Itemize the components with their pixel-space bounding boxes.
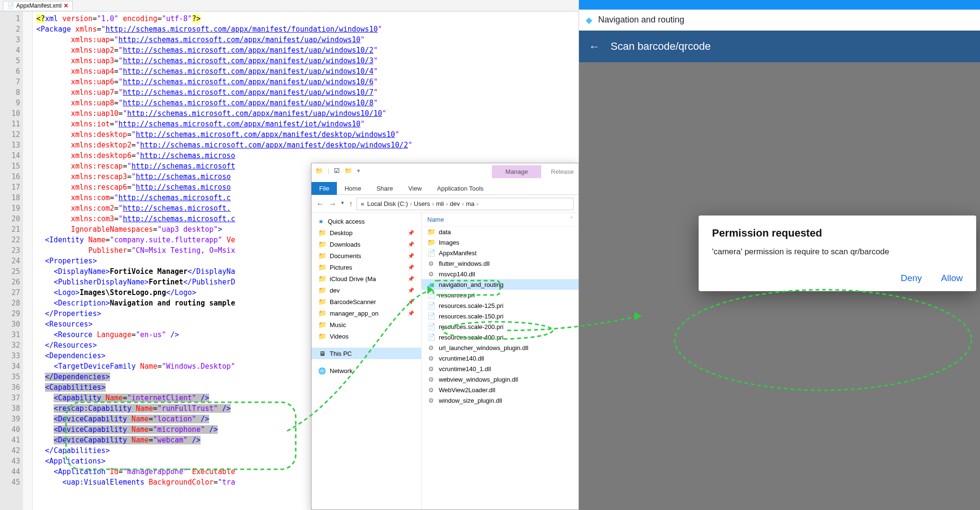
file-row[interactable]: msvcp140.dll bbox=[422, 269, 579, 279]
star-icon: ★ bbox=[318, 218, 324, 225]
file-row[interactable]: vcruntime140_1.dll bbox=[422, 363, 579, 374]
up-icon[interactable]: ↑ bbox=[349, 200, 353, 208]
file-row[interactable]: url_launcher_windows_plugin.dll bbox=[422, 342, 579, 353]
dll-icon bbox=[427, 397, 435, 404]
deny-button[interactable]: Deny bbox=[901, 273, 922, 283]
nav-item[interactable]: iCloud Drive (Ma 📌 bbox=[312, 273, 421, 284]
app-window-header: ◆ Navigation and routing bbox=[579, 10, 980, 31]
column-header-name[interactable]: Name ˄ bbox=[422, 213, 579, 227]
nav-item[interactable]: Desktop 📌 bbox=[312, 227, 421, 238]
file-list: Name ˄ data Images AppxManifest flutter_… bbox=[422, 213, 579, 510]
history-dropdown-icon[interactable]: ▾ bbox=[341, 200, 344, 208]
ribbon-tab-view[interactable]: View bbox=[401, 182, 429, 195]
file-row[interactable]: resources.scale-150.pri bbox=[422, 311, 579, 321]
nav-item[interactable]: Videos bbox=[312, 330, 421, 342]
pin-icon: 📌 bbox=[408, 310, 414, 317]
navigation-pane: ★Quick access Desktop 📌 Downloads 📌 Docu… bbox=[312, 213, 422, 510]
file-row[interactable]: AppxManifest bbox=[422, 248, 579, 258]
chevron-right-icon: › bbox=[432, 200, 434, 207]
file-name: webview_windows_plugin.dll bbox=[439, 376, 518, 383]
folder-icon[interactable]: 📁 bbox=[315, 167, 323, 174]
nav-item[interactable]: manager_app_on 📌 bbox=[312, 307, 421, 319]
flutter-app-window: ◆ Navigation and routing ← Scan barcode/… bbox=[579, 0, 980, 510]
file-name: vcruntime140.dll bbox=[439, 355, 484, 362]
file-row[interactable]: resources.scale-125.pri bbox=[422, 300, 579, 311]
file-icon bbox=[427, 249, 435, 257]
file-row[interactable]: window_size_plugin.dll bbox=[422, 395, 579, 406]
nav-item-label: manager_app_on bbox=[330, 310, 379, 317]
file-icon bbox=[427, 323, 435, 330]
ribbon-tab-share[interactable]: Share bbox=[369, 182, 401, 195]
nav-item[interactable]: dev 📌 bbox=[312, 284, 421, 296]
close-tab-icon[interactable]: ✕ bbox=[64, 2, 68, 9]
nav-item-label: Network bbox=[330, 367, 353, 374]
file-name: navigation_and_routing bbox=[439, 281, 503, 288]
file-row[interactable]: vcruntime140.dll bbox=[422, 353, 579, 363]
nav-item-icon bbox=[318, 309, 326, 317]
divider: | bbox=[328, 167, 329, 174]
file-row[interactable]: Images bbox=[422, 237, 579, 248]
nav-item-label: Videos bbox=[330, 333, 349, 340]
manage-tab[interactable]: Manage bbox=[492, 165, 541, 178]
ribbon-tab-apptools[interactable]: Application Tools bbox=[429, 182, 491, 195]
nav-item[interactable]: Documents 📌 bbox=[312, 250, 421, 261]
nav-item-label: This PC bbox=[330, 350, 352, 357]
nav-item-icon bbox=[318, 286, 326, 294]
breadcrumb-segment[interactable]: ma bbox=[466, 200, 474, 207]
checkbox-icon[interactable]: ☑ bbox=[334, 167, 340, 174]
breadcrumb-segment[interactable]: dev bbox=[450, 200, 460, 207]
file-row[interactable]: resources.scale-400.pri bbox=[422, 332, 579, 342]
file-icon bbox=[427, 291, 435, 299]
folder-icon bbox=[427, 228, 435, 236]
nav-item[interactable]: Network bbox=[312, 365, 421, 376]
breadcrumb-segment[interactable]: mli bbox=[436, 200, 444, 207]
pin-icon: 📌 bbox=[408, 264, 414, 271]
nav-quick-access[interactable]: ★Quick access bbox=[312, 216, 421, 227]
permission-dialog: Permission requested 'camera' permission… bbox=[699, 215, 976, 291]
flutter-logo-icon: ◆ bbox=[586, 15, 592, 25]
sort-asc-icon: ˄ bbox=[570, 216, 573, 221]
file-row[interactable]: WebView2Loader.dll bbox=[422, 385, 579, 395]
chevron-right-icon: › bbox=[476, 200, 478, 207]
editor-tab[interactable]: 📄 AppxManifest.xml ✕ bbox=[3, 1, 73, 10]
file-explorer-window: 📁 | ☑ 📁 ▾ Manage Release File Home Share… bbox=[311, 163, 579, 510]
file-name: resources.scale-125.pri bbox=[439, 302, 503, 309]
release-tab[interactable]: Release bbox=[551, 165, 574, 178]
nav-item-icon bbox=[318, 229, 326, 237]
window-title: Navigation and routing bbox=[598, 15, 684, 25]
ribbon-tab-file[interactable]: File bbox=[312, 182, 337, 195]
file-name: vcruntime140_1.dll bbox=[439, 365, 491, 373]
forward-icon[interactable]: → bbox=[329, 200, 336, 208]
file-row[interactable]: data bbox=[422, 227, 579, 237]
back-icon[interactable]: ← bbox=[316, 200, 324, 208]
file-row[interactable]: webview_windows_plugin.dll bbox=[422, 374, 579, 385]
overflow-icon[interactable]: ▾ bbox=[357, 167, 360, 174]
ribbon-tab-home[interactable]: Home bbox=[337, 182, 369, 195]
nav-item[interactable]: Downloads 📌 bbox=[312, 238, 421, 250]
pin-icon: 📌 bbox=[408, 299, 414, 305]
nav-item-label: Desktop bbox=[330, 229, 353, 237]
nav-item-icon bbox=[318, 350, 326, 357]
folder-icon[interactable]: 📁 bbox=[345, 167, 352, 174]
dll-icon bbox=[427, 260, 435, 267]
nav-item[interactable]: BarcodeScanner 📌 bbox=[312, 296, 421, 307]
nav-item-icon bbox=[318, 252, 326, 260]
file-row[interactable]: resources.pri bbox=[422, 290, 579, 300]
file-row[interactable]: navigation_and_routing bbox=[422, 279, 579, 290]
breadcrumb[interactable]: « Local Disk (C:)›Users›mli›dev›ma› bbox=[356, 198, 574, 210]
file-row[interactable]: flutter_windows.dll bbox=[422, 258, 579, 269]
dll-icon bbox=[427, 354, 435, 362]
nav-item[interactable]: Pictures 📌 bbox=[312, 261, 421, 273]
nav-item[interactable]: This PC bbox=[312, 348, 421, 359]
breadcrumb-segment[interactable]: Local Disk (C:) bbox=[367, 200, 408, 207]
address-bar: ← → ▾ ↑ « Local Disk (C:)›Users›mli›dev›… bbox=[312, 195, 579, 213]
back-arrow-icon[interactable]: ← bbox=[589, 40, 600, 53]
contextual-tool-group: Manage Release bbox=[492, 165, 574, 178]
file-name: url_launcher_windows_plugin.dll bbox=[439, 344, 528, 351]
pin-icon: 📌 bbox=[408, 241, 414, 248]
breadcrumb-segment[interactable]: Users bbox=[414, 200, 430, 207]
nav-item[interactable]: Music bbox=[312, 319, 421, 330]
file-row[interactable]: resources.scale-200.pri bbox=[422, 321, 579, 332]
allow-button[interactable]: Allow bbox=[941, 273, 963, 283]
file-name: window_size_plugin.dll bbox=[439, 397, 502, 404]
